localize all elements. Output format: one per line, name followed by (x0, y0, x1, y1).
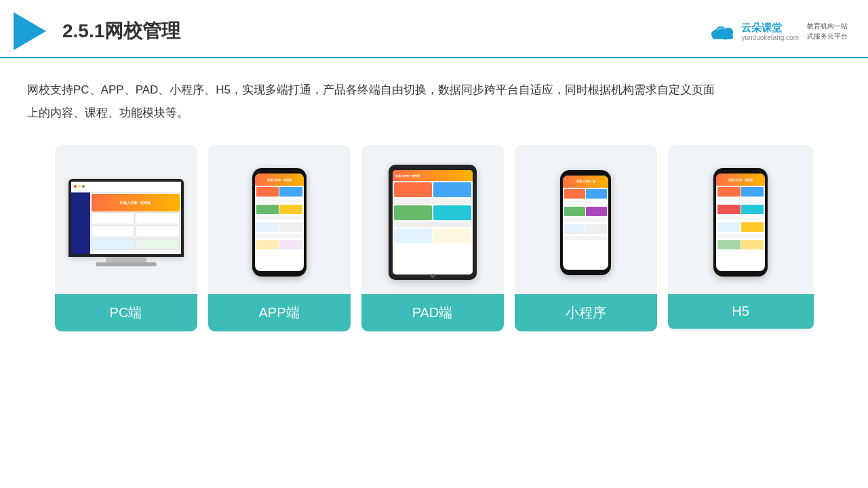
phone-h5-block-2 (741, 187, 764, 197)
tablet-block-4 (433, 205, 471, 220)
phone-outer: 职通人的第一堂网课 (252, 168, 307, 277)
phone-mini-row-2 (564, 207, 607, 216)
brand-slogan: 教育机构一站 式服务云平台 (807, 21, 848, 41)
tablet-screen: 职通人的第一堂网课 (393, 170, 473, 274)
phone-mini-row-1 (564, 189, 607, 199)
card-h5-image: 职通人的第一堂网课 (668, 145, 814, 294)
dot-green (82, 185, 85, 188)
monitor-card-2 (136, 212, 180, 224)
phone-mini-screen: 职通人的第一堂 (563, 176, 608, 270)
tablet-block-1 (394, 182, 432, 197)
tablet-text-2 (394, 222, 471, 227)
monitor-screen-header (71, 182, 181, 192)
phone-h5-block-6 (741, 222, 764, 232)
dot-red (74, 185, 77, 188)
phone-mini-block-1 (564, 189, 585, 199)
phone-h5-row-3 (717, 222, 764, 232)
phone-h5-row-4 (717, 240, 764, 249)
phone-block-1 (256, 187, 279, 197)
cards-container: 职通人的第一堂网课 (0, 131, 868, 345)
phone-app-mockup: 职通人的第一堂网课 (252, 168, 307, 277)
tablet-block-2 (433, 182, 471, 197)
tablet-text-1 (394, 199, 471, 204)
phone-row-3 (256, 222, 302, 232)
phone-h5-notch (732, 169, 749, 174)
phone-h5-block-5 (717, 222, 741, 232)
monitor-card-5 (92, 238, 136, 250)
phone-block-8 (279, 240, 302, 249)
card-miniprogram-label: 小程序 (515, 294, 657, 331)
phone-mini-screen-header: 职通人的第一堂 (563, 176, 608, 188)
phone-block-4 (279, 205, 302, 214)
card-h5: 职通人的第一堂网课 (668, 145, 814, 331)
phone-mini-block-4 (586, 207, 607, 216)
phone-mini-header-text: 职通人的第一堂 (576, 180, 595, 183)
logo-icon (14, 12, 46, 50)
monitor-row-3 (92, 238, 180, 250)
phone-mini-outer: 职通人的第一堂 (560, 170, 611, 275)
phone-mini-mockup: 职通人的第一堂 (560, 170, 611, 275)
monitor-row-1 (92, 212, 180, 224)
phone-mini-block-3 (564, 207, 585, 216)
phone-h5-row-2 (717, 205, 764, 214)
monitor-row-2 (92, 225, 180, 237)
phone-mini-block-5 (564, 224, 585, 234)
phone-h5-block-8 (741, 240, 764, 249)
phone-block-3 (256, 205, 279, 214)
brand-name: 云朵课堂 (741, 22, 782, 34)
tablet-row-3 (394, 228, 471, 243)
monitor-screen-outer: 职通人的第一堂网课 (68, 179, 184, 257)
monitor-mockup: 职通人的第一堂网课 (68, 179, 184, 266)
phone-block-5 (256, 222, 279, 232)
phone-h5-block-4 (741, 205, 764, 214)
monitor-base (96, 262, 157, 266)
phone-h5-outer: 职通人的第一堂网课 (713, 168, 768, 277)
brand-logo: 云朵课堂 yunduoketang.com 教育机构一站 式服务云平台 (707, 21, 848, 41)
card-pad-label: PAD端 (361, 294, 504, 331)
tablet-home-btn (431, 274, 435, 278)
card-h5-label: H5 (668, 294, 814, 329)
card-app-image: 职通人的第一堂网课 (208, 145, 351, 294)
monitor-card-4 (136, 225, 180, 237)
card-miniprogram: 职通人的第一堂 (515, 145, 657, 331)
description-text: 网校支持PC、APP、PAD、小程序、H5，实现多端打通，产品各终端自由切换，数… (27, 79, 719, 125)
cloud-icon (707, 21, 737, 41)
phone-h5-block-7 (717, 240, 741, 249)
phone-row-4 (256, 240, 302, 249)
card-pc-image: 职通人的第一堂网课 (55, 145, 197, 294)
monitor-banner: 职通人的第一堂网课 (92, 194, 180, 211)
tablet-block-3 (394, 205, 432, 220)
brand-url: yunduoketang.com (741, 34, 799, 41)
phone-content (255, 186, 304, 251)
monitor-card-1 (92, 212, 136, 224)
page-title: 2.5.1网校管理 (62, 18, 180, 44)
tablet-outer: 职通人的第一堂网课 (389, 165, 477, 280)
tablet-block-5 (394, 228, 432, 243)
card-pc-label: PC端 (55, 294, 197, 331)
card-pad-image: 职通人的第一堂网课 (361, 145, 504, 294)
phone-h5-block-3 (717, 205, 741, 214)
header-left: 2.5.1网校管理 (14, 12, 180, 50)
phone-h5-block-1 (717, 187, 741, 197)
phone-text-2 (256, 216, 302, 220)
tablet-row-1 (394, 182, 471, 197)
monitor-card-6 (136, 238, 180, 250)
svg-rect-4 (713, 34, 734, 39)
phone-h5-text-1 (717, 199, 764, 203)
phone-screen-header: 职通人的第一堂网课 (255, 174, 304, 186)
card-pad: 职通人的第一堂网课 (361, 145, 504, 331)
card-app-label: APP端 (208, 294, 351, 331)
brand-text: 云朵课堂 yunduoketang.com (741, 22, 799, 41)
tablet-screen-header: 职通人的第一堂网课 (393, 170, 473, 181)
phone-row-2 (256, 205, 302, 214)
phone-row-1 (256, 187, 302, 197)
card-app: 职通人的第一堂网课 (208, 145, 351, 331)
phone-mini-row-3 (564, 224, 607, 234)
tablet-screen-content (393, 181, 473, 245)
monitor-sidebar (71, 192, 90, 254)
tablet-mockup: 职通人的第一堂网课 (389, 165, 477, 280)
phone-h5-text-3 (717, 234, 764, 238)
phone-mini-content (563, 188, 608, 242)
phone-screen-header-text: 职通人的第一堂网课 (267, 178, 292, 182)
phone-h5-row-1 (717, 187, 764, 197)
